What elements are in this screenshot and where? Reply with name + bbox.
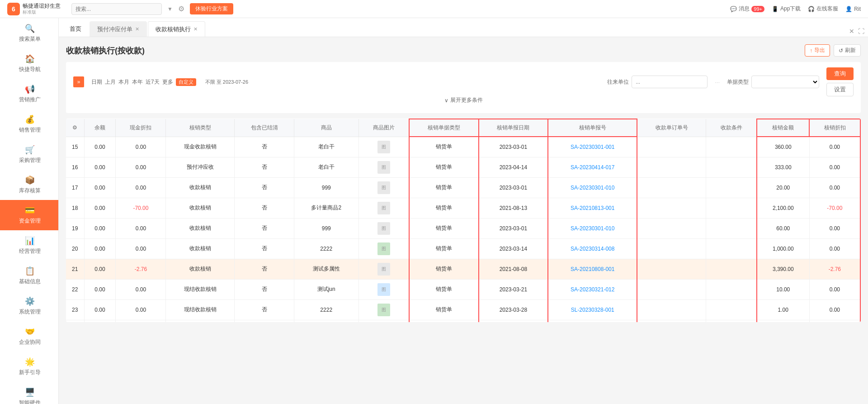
date-this-month[interactable]: 本月 (118, 78, 129, 86)
cell-receipt-condition (706, 218, 757, 238)
th-cancel-amount: 核销金额 (757, 119, 809, 137)
cell-num: 15 (66, 137, 84, 157)
sidebar-item-shortcut[interactable]: 🏠 快捷导航 (0, 48, 58, 79)
tab-prepay-close[interactable]: ✕ (135, 26, 139, 32)
cell-cancel-discount: 0.00 (809, 279, 860, 299)
table-row: 23 0.00 0.00 现结收款核销 否 2222 图 销货单 2023-03… (66, 299, 860, 320)
app-download-btn[interactable]: 📱 App下载 (772, 5, 801, 13)
sidebar-label-sales: 销售管理 (19, 126, 41, 134)
sidebar-item-hardware[interactable]: 🖥️ 智能硬件 (0, 382, 58, 404)
bill-no-link[interactable]: SA-20230414-017 (571, 164, 614, 171)
settings-icon[interactable]: ⚙ (178, 5, 184, 13)
sidebar-item-system[interactable]: ⚙️ 系统管理 (0, 291, 58, 321)
date-custom[interactable]: 自定义 (176, 78, 196, 86)
cell-product: 999 (294, 177, 359, 198)
sidebar-item-marketing[interactable]: 📢 营销推广 (0, 79, 58, 109)
cell-cancel-type: 收款核销 (166, 259, 235, 279)
bill-no-link[interactable]: SA-20210808-001 (571, 266, 614, 272)
cell-cancel-amount: 20.00 (757, 177, 809, 198)
tab-cancel-close[interactable]: ✕ (193, 26, 198, 32)
cell-num: 16 (66, 157, 84, 177)
cell-balance: 0.00 (84, 137, 116, 157)
newbie-icon: 🌟 (25, 357, 35, 367)
sidebar-item-business[interactable]: 📊 经营管理 (0, 230, 58, 261)
th-receipt-order-no: 收款单订单号 (637, 119, 706, 137)
sidebar-item-finance[interactable]: 💳 资金管理 (0, 200, 58, 230)
table-header: ⚙ 余额 现金折扣 核销类型 包含已结清 商品 商品图片 核销单据类型 核销单报… (66, 119, 860, 137)
top-bar: 6 畅捷通谊好生意 标准版 ▼ ⚙ 休验行业方案 💬 消息 99+ 📱 App下… (0, 0, 868, 18)
tab-close-all-icon[interactable]: ✕ (849, 28, 854, 35)
query-button[interactable]: 查询 (826, 67, 854, 80)
cell-num: 22 (66, 279, 84, 299)
tab-home[interactable]: 首页 (62, 21, 89, 37)
cell-cancel-bill-type: 销货单 (409, 157, 479, 177)
cell-cancel-discount: 0.00 (809, 299, 860, 320)
tab-prepay[interactable]: 预付冲应付单 ✕ (90, 21, 147, 37)
tab-cancel-label: 收款核销执行 (156, 25, 191, 33)
sidebar-item-collab[interactable]: 🤝 企业协同 (0, 321, 58, 352)
expand-more-btn[interactable]: ∨ 展开更多条件 (73, 96, 854, 104)
bill-no-link[interactable]: SA-20230301-010 (571, 185, 614, 191)
from-unit-input[interactable] (632, 76, 708, 88)
cell-product-img: 图 (359, 279, 409, 299)
cell-cancel-amount: 1.00 (757, 299, 809, 320)
refresh-button[interactable]: ↺ 刷新 (834, 44, 861, 57)
user-avatar[interactable]: 👤 Rit (845, 6, 861, 12)
bill-no-link[interactable]: SA-20230301-010 (571, 225, 614, 232)
bill-type-select[interactable] (751, 76, 819, 88)
sidebar-item-purchase[interactable]: 🛒 采购管理 (0, 139, 58, 170)
cell-cancel-type: 收款核销 (166, 198, 235, 218)
industry-button[interactable]: 休验行业方案 (190, 3, 233, 14)
cell-cancel-discount: 0.00 (809, 320, 860, 322)
cell-cancel-amount: 333.00 (757, 157, 809, 177)
cell-cancel-type: 现结收款核销 (166, 320, 235, 322)
refresh-icon: ↺ (839, 48, 843, 54)
top-bar-right: 💬 消息 99+ 📱 App下载 🎧 在线客服 👤 Rit (730, 5, 861, 13)
cell-receipt-condition (706, 198, 757, 218)
th-product: 商品 (294, 119, 359, 137)
search-input[interactable] (71, 3, 162, 15)
cell-receipt-condition (706, 238, 757, 259)
sidebar-item-inventory[interactable]: 📦 库存核算 (0, 170, 58, 200)
bill-no-link[interactable]: SA-20230314-008 (571, 246, 614, 252)
sidebar-item-newbie[interactable]: 🌟 新手引导 (0, 352, 58, 382)
cell-balance: 0.00 (84, 157, 116, 177)
cell-balance: 0.00 (84, 177, 116, 198)
bill-no-link[interactable]: SA-20230321-012 (571, 286, 614, 293)
filter-row: » 日期 上月 本月 本年 近7天 更多 自定义 不限 至 2023-07-26 (73, 67, 854, 96)
dropdown-icon[interactable]: ▼ (167, 6, 173, 12)
cell-cancel-bill-no: SL-20230328-002 (548, 320, 637, 322)
date-this-year[interactable]: 本年 (132, 78, 143, 86)
table-row: 24 0.00 0.00 现结收款核销 否 2222 图 销货单 2023-03… (66, 320, 860, 322)
cell-cancel-bill-date: 2023-03-28 (479, 299, 548, 320)
cell-product: 测试jun (294, 279, 359, 299)
tab-fullscreen-icon[interactable]: ⛶ (858, 28, 864, 35)
cell-receipt-order-no (637, 137, 706, 157)
online-service-btn[interactable]: 🎧 在线客服 (808, 5, 838, 13)
finance-icon: 💳 (25, 205, 35, 215)
message-btn[interactable]: 💬 消息 99+ (730, 5, 764, 13)
cell-cancel-bill-date: 2023-03-14 (479, 238, 548, 259)
date-more[interactable]: 更多 (162, 78, 173, 86)
bill-no-link[interactable]: SA-20230301-001 (571, 144, 614, 150)
setting-button[interactable]: 设置 (826, 83, 854, 96)
export-button[interactable]: ↑ 导出 (805, 44, 830, 57)
cell-product: 测试多属性 (294, 259, 359, 279)
date-7days[interactable]: 近7天 (146, 78, 160, 86)
logo-edition: 标准版 (23, 10, 61, 15)
bill-no-link[interactable]: SL-20230328-001 (571, 307, 614, 313)
sidebar-item-sales[interactable]: 💰 销售管理 (0, 109, 58, 139)
date-range-display: 不限 至 2023-07-26 (205, 79, 248, 86)
bill-no-link[interactable]: SA-20210813-001 (571, 205, 614, 211)
cell-num: 23 (66, 299, 84, 320)
logo-icon: 6 (7, 3, 20, 15)
table-row: 16 0.00 0.00 预付冲应收 否 老白干 图 销货单 2023-04-1… (66, 157, 860, 177)
tab-cancel[interactable]: 收款核销执行 ✕ (148, 21, 205, 37)
date-last-month[interactable]: 上月 (105, 78, 116, 86)
sidebar-item-search[interactable]: 🔍 搜索菜单 (0, 18, 58, 48)
filter-collapse-btn[interactable]: » (73, 76, 84, 87)
th-gear[interactable]: ⚙ (66, 119, 84, 137)
sidebar-item-basic[interactable]: 📋 基础信息 (0, 261, 58, 291)
sidebar-label-inventory: 库存核算 (19, 187, 41, 195)
cell-cash-discount: 0.00 (116, 279, 166, 299)
